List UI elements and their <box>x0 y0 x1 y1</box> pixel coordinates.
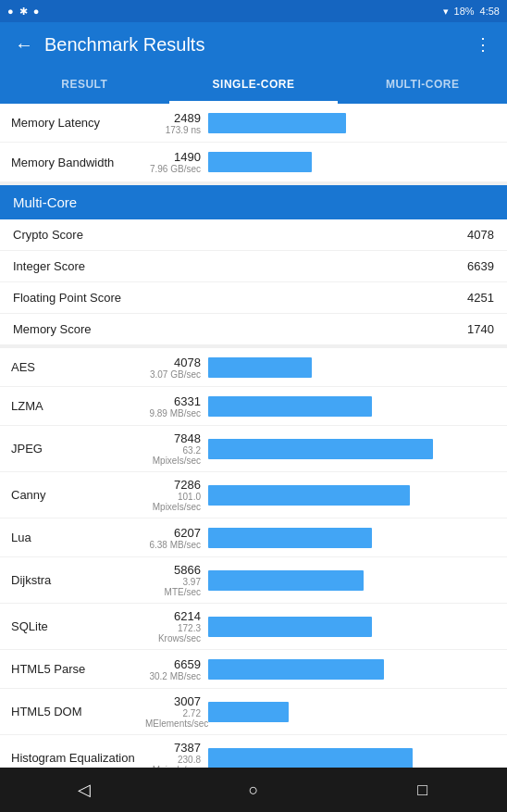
bench-bar <box>208 570 364 591</box>
bench-bar-wrap <box>208 702 496 722</box>
bench-unit: 172.3 Krows/sec <box>145 623 201 643</box>
bench-row: Lua 6207 6.38 MB/sec <box>0 518 507 557</box>
more-button[interactable]: ⋮ <box>466 28 500 61</box>
multi-core-table: AES 4078 3.07 GB/sec LZMA 6331 9.89 MB/s… <box>0 348 507 768</box>
bench-bar-wrap <box>208 528 496 548</box>
bench-bar <box>208 617 372 637</box>
bench-row: AES 4078 3.07 GB/sec <box>0 348 507 387</box>
bench-score: 3007 <box>145 694 201 708</box>
bench-score: 6659 <box>145 657 201 671</box>
tab-result[interactable]: RESULT <box>0 67 169 104</box>
summary-value: 4078 <box>467 228 494 242</box>
bench-bar <box>208 152 312 172</box>
bench-label: JPEG <box>11 442 145 456</box>
summary-label: Crypto Score <box>13 228 467 242</box>
bench-row: Canny 7286 101.0 Mpixels/sec <box>0 472 507 518</box>
bench-label: Lua <box>11 531 145 544</box>
main-content: Memory Latency 2489 173.9 ns Memory Band… <box>0 104 507 768</box>
bench-bar <box>208 528 372 548</box>
bench-bar-wrap <box>208 439 496 459</box>
bench-bar <box>208 748 413 768</box>
summary-value: 4251 <box>467 291 494 305</box>
bench-score: 6331 <box>145 394 201 408</box>
signal-icon: ▾ <box>443 6 449 18</box>
bench-label: HTML5 DOM <box>11 705 145 718</box>
summary-value: 1740 <box>467 322 494 336</box>
nav-bar: ◁ ○ □ <box>0 768 507 812</box>
summary-label: Integer Score <box>13 259 467 273</box>
bench-unit: 3.97 MTE/sec <box>145 577 201 597</box>
bench-unit: 173.9 ns <box>145 125 201 135</box>
bench-score: 2489 <box>145 111 201 125</box>
bench-score: 7848 <box>145 431 201 445</box>
bench-bar-wrap <box>208 113 496 133</box>
bench-row: SQLite 6214 172.3 Krows/sec <box>0 604 507 650</box>
bt-icon: ✱ <box>19 6 28 18</box>
nav-recent-button[interactable]: □ <box>401 768 445 812</box>
bench-score: 7387 <box>145 741 201 755</box>
bench-unit: 30.2 MB/sec <box>145 671 201 681</box>
summary-row: Floating Point Score 4251 <box>0 282 507 314</box>
wifi-icon: ● <box>7 6 14 18</box>
tab-single-core[interactable]: SINGLE-CORE <box>169 67 339 104</box>
bench-score-wrap: 6207 6.38 MB/sec <box>145 526 201 550</box>
tab-multi-core[interactable]: MULTI-CORE <box>338 67 507 104</box>
bench-row: Memory Latency 2489 173.9 ns <box>0 104 507 143</box>
bench-bar <box>208 357 312 378</box>
bench-score: 7286 <box>145 478 201 492</box>
bench-bar <box>208 113 346 133</box>
bench-unit: 230.8 Mpixels/sec <box>145 755 201 768</box>
bench-row: JPEG 7848 63.2 Mpixels/sec <box>0 426 507 472</box>
bench-bar-wrap <box>208 748 496 768</box>
bench-bar-wrap <box>208 357 496 378</box>
bench-unit: 63.2 Mpixels/sec <box>145 445 201 466</box>
bench-score-wrap: 6659 30.2 MB/sec <box>145 657 201 681</box>
bench-unit: 9.89 MB/sec <box>145 408 201 418</box>
status-bar: ● ✱ ● ▾ 18% 4:58 <box>0 0 507 22</box>
bench-unit: 101.0 Mpixels/sec <box>145 492 201 512</box>
bench-row: HTML5 DOM 3007 2.72 MElements/sec <box>0 689 507 735</box>
bench-score-wrap: 4078 3.07 GB/sec <box>145 356 201 380</box>
bench-score: 1490 <box>145 150 201 164</box>
bench-label: HTML5 Parse <box>11 662 145 676</box>
back-button[interactable]: ← <box>7 28 41 61</box>
summary-row: Integer Score 6639 <box>0 251 507 282</box>
bench-label: Canny <box>11 488 145 502</box>
bench-bar-wrap <box>208 396 496 417</box>
bench-score-wrap: 1490 7.96 GB/sec <box>145 150 201 174</box>
nav-back-button[interactable]: ◁ <box>62 768 106 812</box>
nav-home-button[interactable]: ○ <box>231 768 276 812</box>
bench-unit: 3.07 GB/sec <box>145 369 201 380</box>
page-title: Benchmark Results <box>44 34 466 56</box>
summary-scores-table: Crypto Score 4078 Integer Score 6639 Flo… <box>0 219 507 344</box>
summary-row: Crypto Score 4078 <box>0 219 507 251</box>
bench-bar <box>208 439 433 459</box>
bench-score: 6207 <box>145 526 201 540</box>
bench-score-wrap: 5866 3.97 MTE/sec <box>145 563 201 597</box>
bench-score-wrap: 2489 173.9 ns <box>145 111 201 135</box>
summary-value: 6639 <box>467 259 494 273</box>
bench-score-wrap: 7848 63.2 Mpixels/sec <box>145 431 201 466</box>
bench-row: Histogram Equalization 7387 230.8 Mpixel… <box>0 735 507 768</box>
bench-label: SQLite <box>11 619 145 633</box>
bench-score-wrap: 3007 2.72 MElements/sec <box>145 694 201 729</box>
summary-label: Floating Point Score <box>13 291 467 305</box>
bench-bar <box>208 702 289 722</box>
bench-bar <box>208 659 384 680</box>
bench-label: Memory Bandwidth <box>11 156 145 169</box>
bench-bar-wrap <box>208 617 496 637</box>
multi-core-section-header: Multi-Core <box>0 185 507 219</box>
summary-row: Memory Score 1740 <box>0 314 507 344</box>
tab-bar: RESULT SINGLE-CORE MULTI-CORE <box>0 67 507 104</box>
app-header: ← Benchmark Results ⋮ <box>0 22 507 67</box>
bench-bar <box>208 485 410 506</box>
bench-row: HTML5 Parse 6659 30.2 MB/sec <box>0 650 507 689</box>
single-core-table: Memory Latency 2489 173.9 ns Memory Band… <box>0 104 507 181</box>
bench-score: 6214 <box>145 609 201 623</box>
bench-bar-wrap <box>208 570 496 591</box>
bench-row: Dijkstra 5866 3.97 MTE/sec <box>0 557 507 604</box>
bench-row: Memory Bandwidth 1490 7.96 GB/sec <box>0 143 507 181</box>
bench-bar-wrap <box>208 485 496 506</box>
bench-score-wrap: 6214 172.3 Krows/sec <box>145 609 201 643</box>
bench-label: Dijkstra <box>11 573 145 587</box>
